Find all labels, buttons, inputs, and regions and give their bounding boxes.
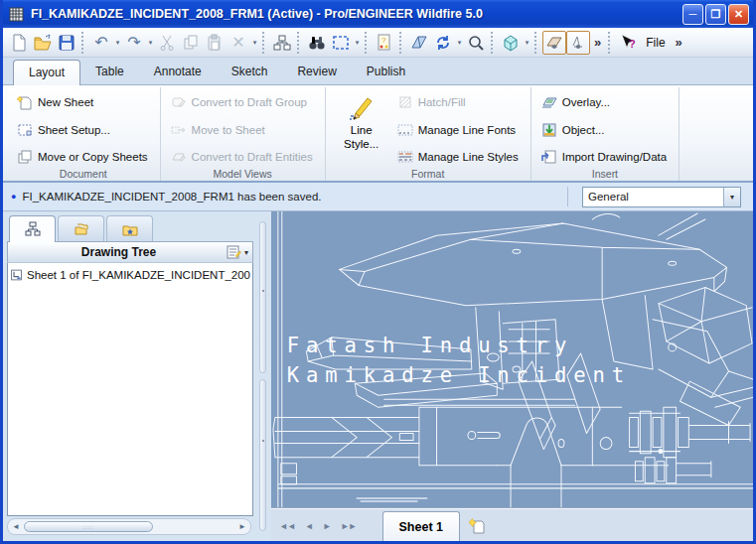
annotation-display-toggle[interactable] (542, 31, 566, 55)
undo-icon: ↶ (94, 35, 107, 51)
tab-publish[interactable]: Publish (352, 60, 420, 84)
tab-favorites[interactable] (106, 215, 153, 242)
splitter-handle-top[interactable] (259, 221, 266, 373)
minimize-button[interactable]: ─ (682, 4, 703, 25)
save-button[interactable] (55, 31, 78, 55)
object-button[interactable]: Object... (539, 120, 669, 140)
scrollbar-thumb[interactable]: :::: (24, 521, 153, 532)
tree-settings-icon[interactable] (226, 244, 241, 260)
hatch-fill-icon (397, 94, 413, 110)
window-title: FI_KAMIKADZE_INCIDENT_2008_FRM1 (Active)… (31, 7, 680, 21)
tab-layer-tree[interactable] (58, 215, 104, 242)
tab-model-tree[interactable] (9, 215, 56, 242)
overlay-icon (541, 94, 557, 110)
sheet-1-tab[interactable]: Sheet 1 (382, 511, 460, 541)
line-style-button[interactable]: Line Style... (334, 90, 389, 167)
datum-display-button[interactable] (407, 31, 431, 55)
drawing-tree[interactable]: Sheet 1 of FI_KAMIKADZE_INCIDENT_200 (7, 263, 253, 516)
zoom-in-button[interactable] (464, 31, 488, 55)
previous-sheet-button[interactable]: ◄ (305, 521, 313, 531)
ritem-label: Object... (562, 124, 605, 136)
redo-button[interactable]: ↷ (122, 31, 146, 55)
add-sheet-button[interactable] (464, 511, 492, 541)
tree-item-sheet1[interactable]: Sheet 1 of FI_KAMIKADZE_INCIDENT_200 (10, 267, 250, 283)
view-display-dropdown[interactable]: ▾ (523, 31, 531, 55)
symbol-display-toggle[interactable] (566, 31, 590, 55)
open-file-button[interactable] (31, 31, 55, 55)
line-fonts-icon (397, 122, 413, 138)
first-sheet-button[interactable]: ◄◄ (279, 521, 295, 531)
panel-splitter[interactable] (253, 211, 271, 541)
status-message: FI_KAMIKADZE_INCIDENT_2008_FRM1 has been… (22, 191, 561, 203)
new-sheet-button[interactable]: New Sheet (15, 92, 150, 112)
title-bar[interactable]: FI_KAMIKADZE_INCIDENT_2008_FRM1 (Active)… (3, 0, 753, 28)
sheet-navigation: ◄◄ ◄ ► ►► (279, 511, 357, 541)
layers-button[interactable]: ? (373, 31, 396, 55)
view-display-button[interactable] (499, 31, 523, 55)
ribbon-group-model-views: Convert to Draft Group Move to Sheet Con… (161, 87, 326, 181)
undo-dropdown[interactable]: ▾ (113, 31, 122, 55)
ribbon-group-document: New Sheet Sheet Setup... Move or Copy Sh… (7, 87, 161, 181)
ribbon-tabstrip: Layout Table Annotate Sketch Review Publ… (3, 58, 753, 85)
delete-button[interactable]: ✕ (227, 31, 250, 55)
tree-settings-caret[interactable]: ▾ (244, 248, 248, 257)
file-overflow-button[interactable]: » (672, 35, 686, 50)
selection-filter-dropdown[interactable]: ▾ (353, 31, 362, 55)
convert-draft-group-icon (171, 94, 187, 110)
find-button[interactable] (305, 31, 329, 55)
undo-button[interactable]: ↶ (89, 31, 113, 55)
overlay-button[interactable]: Overlay... (539, 92, 669, 112)
close-button[interactable]: ✕ (728, 4, 749, 25)
cut-button[interactable] (155, 31, 179, 55)
tree-horizontal-scrollbar[interactable]: ◄ :::: ► (7, 518, 251, 535)
combo-arrow-icon[interactable]: ▾ (723, 188, 740, 206)
delete-dropdown[interactable]: ▾ (250, 31, 259, 55)
repaint-dropdown[interactable]: ▾ (455, 31, 464, 55)
file-menu-button[interactable]: File (640, 36, 671, 50)
drawing-tree-title: Drawing Tree (12, 245, 226, 259)
move-copy-sheets-button[interactable]: Move or Copy Sheets (15, 147, 150, 167)
redo-dropdown[interactable]: ▾ (146, 31, 155, 55)
regenerate-button[interactable] (270, 31, 294, 55)
drawing-canvas[interactable]: Fatash Industry Kamikadze Incident (271, 211, 753, 507)
tab-review[interactable]: Review (282, 60, 351, 84)
import-drawing-button[interactable]: Import Drawing/Data (539, 147, 669, 167)
shaded-cube-icon (502, 34, 520, 52)
app-icon (9, 6, 26, 23)
drawing-tree-header: Drawing Tree ▾ (7, 241, 253, 263)
help-pointer-icon: ? (619, 34, 637, 52)
view-mode-select[interactable]: General ▾ (582, 187, 741, 207)
object-icon (541, 122, 557, 138)
convert-draft-entities-button[interactable]: Convert to Draft Entities (169, 147, 315, 167)
copy-button[interactable] (179, 31, 203, 55)
new-sheet-icon (17, 94, 33, 110)
ritem-label: Line Style... (339, 123, 384, 152)
binoculars-icon (308, 34, 326, 52)
repaint-button[interactable] (431, 31, 455, 55)
move-to-sheet-button[interactable]: Move to Sheet (169, 120, 315, 140)
last-sheet-button[interactable]: ►► (341, 521, 357, 531)
ribbon-group-format: Line Style... Hatch/Fill Manage Line Fon… (326, 87, 531, 181)
splitter-handle-bottom[interactable] (259, 379, 266, 531)
hatch-fill-button[interactable]: Hatch/Fill (395, 92, 521, 112)
tab-table[interactable]: Table (80, 60, 139, 84)
paste-button[interactable] (203, 31, 227, 55)
scroll-left-icon[interactable]: ◄ (10, 522, 22, 531)
restore-button[interactable]: ❐ (705, 4, 726, 25)
scroll-right-icon[interactable]: ► (236, 522, 248, 531)
message-bullet-icon: ● (11, 192, 16, 202)
tab-layout[interactable]: Layout (13, 60, 80, 85)
delete-icon: ✕ (231, 35, 244, 51)
manage-line-fonts-button[interactable]: Manage Line Fonts (395, 120, 521, 140)
next-sheet-button[interactable]: ► (323, 521, 331, 531)
toolbar-overflow-button[interactable]: » (590, 35, 605, 50)
manage-line-styles-button[interactable]: Manage Line Styles (395, 147, 521, 167)
tab-sketch[interactable]: Sketch (217, 60, 283, 84)
new-file-button[interactable] (7, 31, 31, 55)
message-bar: ● FI_KAMIKADZE_INCIDENT_2008_FRM1 has be… (3, 183, 753, 211)
tab-annotate[interactable]: Annotate (139, 60, 217, 84)
context-help-button[interactable]: ? (616, 31, 640, 55)
sheet-setup-button[interactable]: Sheet Setup... (15, 120, 150, 140)
selection-filter-button[interactable] (329, 31, 353, 55)
convert-draft-group-button[interactable]: Convert to Draft Group (169, 92, 315, 112)
